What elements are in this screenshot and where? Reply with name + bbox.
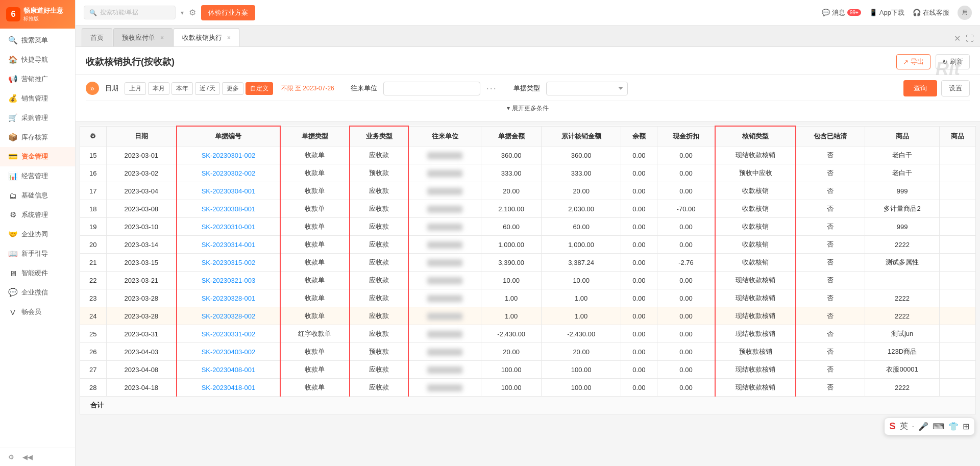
tab-prepay[interactable]: 预收应付单 ×: [113, 28, 173, 46]
topbar-search-box[interactable]: 🔍 搜索功能/单据: [84, 6, 176, 19]
bill-no-link[interactable]: SK-20230310-001: [202, 223, 256, 231]
th-settings[interactable]: ⚙: [80, 126, 107, 146]
td-date: 2023-03-02: [106, 164, 177, 182]
td-no: 23: [80, 289, 107, 307]
td-bill-no: SK-20230328-001: [177, 289, 280, 307]
bill-no-link[interactable]: SK-20230408-001: [202, 366, 256, 374]
online-service[interactable]: 🎧 在线客服: [913, 8, 949, 17]
sidebar-label-operations: 经营管理: [21, 171, 48, 181]
td-verified: 1.00: [542, 307, 621, 325]
th-included[interactable]: 包含已结清: [796, 126, 865, 146]
partner-input[interactable]: [383, 82, 480, 95]
sidebar-item-guide[interactable]: 📖 新手引导: [0, 244, 75, 263]
table-row: 202023-03-14SK-20230314-001收款单应收款XXXXXXX…: [80, 236, 976, 254]
date-7days-btn[interactable]: 近7天: [195, 82, 220, 95]
td-amount: 10.00: [481, 272, 542, 289]
bill-no-link[interactable]: SK-20230418-001: [202, 384, 256, 391]
sidebar-item-inventory[interactable]: 📦 库存核算: [0, 128, 75, 147]
partner-dots[interactable]: ···: [486, 83, 497, 94]
bill-no-link[interactable]: SK-20230403-002: [202, 348, 256, 356]
date-this-year-btn[interactable]: 本年: [172, 82, 193, 95]
tab-verify-close-icon[interactable]: ×: [227, 34, 231, 41]
sidebar-item-hardware[interactable]: 🖥 智能硬件: [0, 263, 75, 283]
logo-text: 畅康道好生意 标推版: [23, 7, 63, 22]
lang-icon[interactable]: 英: [900, 421, 908, 432]
td-discount: 0.00: [657, 182, 715, 200]
td-included: 否: [796, 182, 865, 200]
window-close-icon[interactable]: ✕: [954, 34, 961, 43]
skin-icon[interactable]: 👕: [948, 422, 959, 431]
td-product2: [940, 200, 976, 218]
sidebar-item-operations[interactable]: 📊 经营管理: [0, 166, 75, 186]
td-date: 2023-03-15: [106, 254, 177, 272]
th-amount[interactable]: 单据金额: [481, 126, 542, 146]
date-custom-btn[interactable]: 自定义: [246, 82, 273, 95]
sidebar-item-enterprise[interactable]: 🤝 企业协同: [0, 225, 75, 244]
sidebar-settings-icon[interactable]: ⚙: [8, 453, 14, 461]
bill-no-link[interactable]: SK-20230301-002: [202, 152, 256, 159]
dot-icon[interactable]: ·: [912, 422, 914, 431]
query-button[interactable]: 查询: [903, 80, 937, 96]
bill-type-select[interactable]: 收款单 红字收款单: [546, 82, 628, 95]
th-bill-type[interactable]: 单据类型: [280, 126, 350, 146]
purchase-icon: 🛒: [8, 113, 17, 122]
refresh-button[interactable]: ↻ 刷新: [936, 54, 970, 69]
td-partner: XXXXXXXX: [408, 146, 481, 164]
bill-no-link[interactable]: SK-20230328-002: [202, 312, 256, 320]
th-verify-type[interactable]: 核销类型: [715, 126, 796, 146]
th-verified[interactable]: 累计核销金额: [542, 126, 621, 146]
sidebar-item-purchase[interactable]: 🛒 采购管理: [0, 108, 75, 128]
th-bill-no[interactable]: 单据编号: [177, 126, 280, 146]
sidebar-item-search[interactable]: 🔍 搜索菜单: [0, 31, 75, 50]
sidebar-item-shortcuts[interactable]: 🏠 快捷导航: [0, 50, 75, 69]
bill-no-link[interactable]: SK-20230315-002: [202, 259, 256, 266]
sidebar-item-member[interactable]: V 畅会员: [0, 302, 75, 322]
th-product2[interactable]: 商品: [940, 126, 976, 146]
th-discount[interactable]: 现金折扣: [657, 126, 715, 146]
bill-no-link[interactable]: SK-20230328-001: [202, 295, 256, 302]
bill-no-link[interactable]: SK-20230314-001: [202, 241, 256, 249]
solution-button[interactable]: 体验行业方案: [201, 5, 255, 20]
sidebar-item-system[interactable]: ⚙ 系统管理: [0, 205, 75, 225]
message-badge[interactable]: 💬 消息 99+: [822, 8, 861, 17]
date-last-month-btn[interactable]: 上月: [125, 82, 146, 95]
th-balance[interactable]: 余额: [621, 126, 657, 146]
tab-verify[interactable]: 收款核销执行 ×: [174, 28, 239, 46]
user-avatar[interactable]: 用: [958, 6, 972, 20]
window-maximize-icon[interactable]: ⛶: [966, 34, 974, 43]
expand-more-conditions[interactable]: ▾ 展开更多条件: [86, 101, 970, 116]
topbar-chevron-icon[interactable]: ▾: [181, 9, 184, 16]
sidebar-collapse-icon[interactable]: ◀◀: [22, 453, 33, 461]
export-button[interactable]: ↗ 导出: [896, 54, 930, 69]
td-discount: 0.00: [657, 236, 715, 254]
td-bill-type: 收款单: [280, 146, 350, 164]
tab-prepay-close-icon[interactable]: ×: [160, 34, 164, 41]
td-bill-type: 收款单: [280, 343, 350, 361]
bill-no-link[interactable]: SK-20230331-002: [202, 330, 256, 338]
sidebar-item-finance[interactable]: 💳 资金管理: [0, 147, 75, 166]
date-this-month-btn[interactable]: 本月: [148, 82, 169, 95]
sidebar-item-wechat[interactable]: 💬 企业微信: [0, 283, 75, 302]
table-row: 182023-03-08SK-20230308-001收款单应收款XXXXXXX…: [80, 200, 976, 218]
sidebar-item-sales[interactable]: 💰 销售管理: [0, 89, 75, 108]
sidebar-item-marketing[interactable]: 📢 营销推广: [0, 69, 75, 89]
filter-toggle-button[interactable]: »: [86, 82, 99, 95]
date-more-btn[interactable]: 更多: [222, 82, 243, 95]
bill-no-link[interactable]: SK-20230308-001: [202, 205, 256, 213]
bill-no-link[interactable]: SK-20230321-003: [202, 277, 256, 284]
bill-no-link[interactable]: SK-20230304-001: [202, 187, 256, 195]
topbar-gear-icon[interactable]: ⚙: [189, 8, 196, 17]
app-download[interactable]: 📱 App下载: [869, 8, 904, 17]
mic-icon[interactable]: 🎤: [918, 422, 928, 431]
th-biz-type[interactable]: 业务类型: [350, 126, 408, 146]
settings-button[interactable]: 设置: [941, 80, 970, 96]
sougou-icon[interactable]: S: [890, 421, 896, 432]
tab-home[interactable]: 首页: [82, 28, 112, 46]
bill-no-link[interactable]: SK-20230302-002: [202, 169, 256, 177]
th-date[interactable]: 日期: [106, 126, 177, 146]
th-product[interactable]: 商品: [865, 126, 939, 146]
sidebar-item-basics[interactable]: 🗂 基础信息: [0, 186, 75, 205]
keyboard-icon[interactable]: ⌨: [933, 422, 944, 431]
grid-icon[interactable]: ⊞: [963, 422, 969, 431]
th-partner[interactable]: 往来单位: [408, 126, 481, 146]
